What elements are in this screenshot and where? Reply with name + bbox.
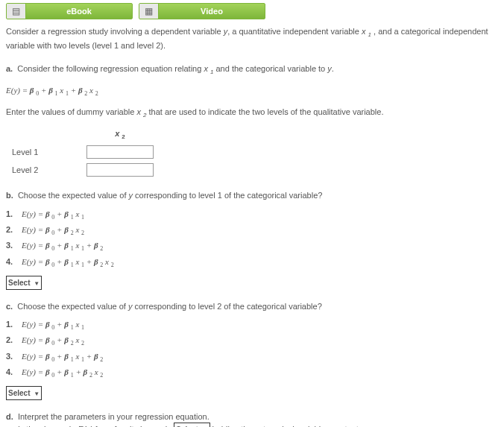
intro-text: Consider a regression study involving a … [6,25,498,52]
row-level2-label: Level 2 [6,161,81,179]
ebook-button[interactable]: ▤ eBook [6,3,133,19]
part-b-prompt: b. Choose the expected value of y corres… [6,189,498,202]
part-c-options: 1. E(y) = β 0 + β 1 x 1 2. E(y) = β 0 + … [6,318,498,380]
header-x2: x 2 [81,126,160,143]
video-icon: ▦ [139,4,159,19]
select-c[interactable]: Select ▼ [6,386,42,400]
book-icon: ▤ [7,4,26,19]
video-button[interactable]: ▦ Video [139,3,265,19]
select-d[interactable]: Select ▼ [174,423,210,427]
part-a-prompt: a. Consider the following regression equ… [6,63,498,77]
part-d-prompt: d. Interpret the parameters in your regr… [6,411,498,423]
part-a-instruct: Enter the values of dummy variable x 2 t… [6,106,498,120]
ebook-label: eBook [26,5,132,18]
level1-input[interactable] [86,145,154,159]
video-label: Video [159,5,265,18]
row-level1-label: Level 1 [6,143,81,161]
part-d-line: β 1 is the change in E(y) for a 1 unit c… [6,423,498,427]
chevron-down-icon: ▼ [34,280,40,287]
part-c-prompt: c. Choose the expected value of y corres… [6,300,498,313]
equation-a: E(y) = β 0 + β 1 x 1 + β 2 x 2 [6,84,498,98]
dummy-table: x 2 Level 1 Level 2 [6,126,160,179]
chevron-down-icon: ▼ [34,390,40,397]
level2-input[interactable] [86,163,154,177]
part-b-options: 1. E(y) = β 0 + β 1 x 1 2. E(y) = β 0 + … [6,208,498,270]
select-b[interactable]: Select ▼ [6,276,42,290]
